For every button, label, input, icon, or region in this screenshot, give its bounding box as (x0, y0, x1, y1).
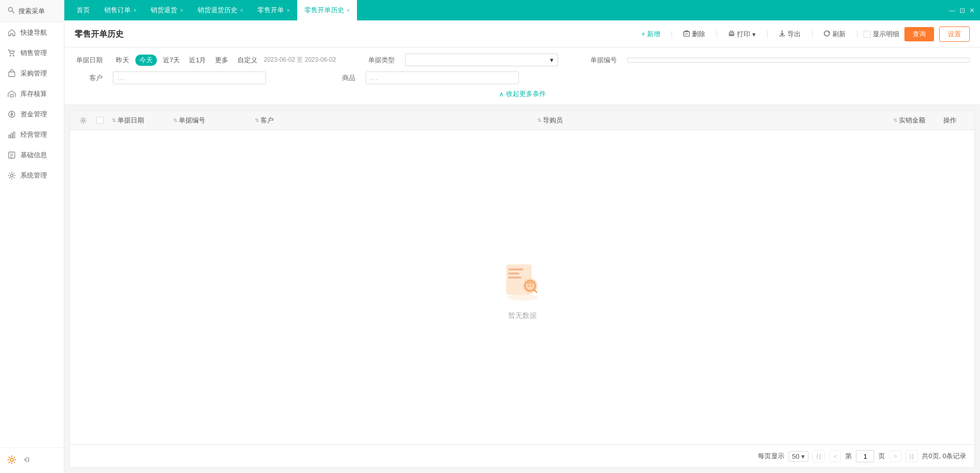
window-close[interactable]: ✕ (969, 7, 975, 14)
sidebar-item-finance[interactable]: 资金管理 (0, 104, 64, 125)
refresh-icon (824, 30, 830, 38)
table-header: ⇅ 单据日期 ⇅ 单据编号 ⇅ 客户 ⇅ 导购员 ⇅ 实销金额 操作 (70, 111, 974, 130)
sidebar-item-system[interactable]: 系统管理 (0, 165, 64, 186)
filter-row-2: 客户 ... 商品 ... (75, 71, 970, 84)
tab-retail-history[interactable]: 零售开单历史 × (297, 0, 357, 20)
info-icon (7, 151, 16, 160)
money-icon (7, 110, 16, 119)
new-button[interactable]: + 新增 (636, 27, 665, 41)
page-next-btn[interactable]: ＞ (889, 450, 901, 462)
tab-sales-return-history-close[interactable]: × (240, 7, 243, 13)
tab-retail-open[interactable]: 零售开单 × (250, 0, 297, 20)
tab-sales-return-history[interactable]: 销货退货历史 × (190, 0, 250, 20)
date-custom[interactable]: 自定义 (234, 55, 260, 66)
display-detail-label: 显示明细 (873, 30, 899, 39)
th-settings[interactable] (74, 117, 92, 124)
tab-home[interactable]: 首页 (69, 0, 97, 20)
th-date[interactable]: ⇅ 单据日期 (108, 116, 169, 125)
sidebar-search[interactable]: 搜索采单 (0, 0, 64, 22)
export-button[interactable]: 导出 (774, 27, 806, 41)
th-num[interactable]: ⇅ 单据编号 (169, 116, 251, 125)
sort-icon3: ⇅ (255, 117, 259, 123)
doc-type-select[interactable]: ▾ (405, 54, 558, 66)
checkbox-display (864, 31, 871, 38)
date-today[interactable]: 今天 (135, 55, 157, 66)
box-icon (7, 69, 16, 78)
sidebar-item-label: 经营管理 (20, 130, 47, 139)
th-customer[interactable]: ⇅ 客户 (251, 116, 533, 125)
product-input[interactable]: ... (366, 71, 519, 84)
home-icon (7, 28, 16, 37)
sidebar-item-inventory[interactable]: 库存核算 (0, 84, 64, 104)
sidebar-item-quick-nav[interactable]: 快捷导航 (0, 22, 64, 43)
svg-rect-5 (10, 94, 13, 97)
total-text: 共0页, 0条记录 (922, 452, 966, 461)
sidebar-item-sales-mgmt[interactable]: 销售管理 (0, 43, 64, 63)
refresh-button[interactable]: 刷新 (819, 27, 851, 41)
svg-rect-8 (11, 134, 13, 138)
select-all-checkbox[interactable] (97, 117, 104, 124)
doc-type-label: 单据类型 (367, 56, 395, 65)
page-num-input[interactable] (856, 450, 874, 462)
window-actions: — ⊡ ✕ (949, 7, 975, 14)
empty-text: 暂无数据 (508, 311, 537, 320)
th-checkbox[interactable] (92, 117, 108, 124)
sidebar-item-label: 系统管理 (20, 171, 47, 180)
tab-sales-order[interactable]: 销售订单 × (97, 0, 144, 20)
date-filter: 昨天 今天 近7天 近1月 更多 自定义 2023-06-02 至 2023-0… (113, 55, 336, 66)
delete-button[interactable]: 删除 (678, 27, 710, 41)
warehouse-icon (7, 89, 16, 98)
sort-icon2: ⇅ (173, 117, 177, 123)
th-guide[interactable]: ⇅ 导购员 (533, 116, 594, 125)
sidebar-item-basic-info[interactable]: 基础信息 (0, 145, 64, 165)
customer-input[interactable]: ... (113, 71, 266, 84)
svg-rect-4 (9, 72, 15, 77)
refresh-label: 刷新 (832, 30, 846, 39)
settings-button[interactable]: 设置 (939, 27, 970, 42)
window-restore[interactable]: ⊡ (960, 7, 965, 14)
page-prev-btn[interactable]: ＜ (829, 450, 841, 462)
print-label: 打印 (737, 30, 750, 39)
collapse-filter-btn[interactable]: ∧ 收起更多条件 (75, 89, 970, 98)
svg-rect-17 (684, 32, 689, 36)
customer-dots: ... (117, 74, 126, 82)
print-button[interactable]: 打印 ▾ (723, 27, 761, 41)
filter-row-1: 单据日期 昨天 今天 近7天 近1月 更多 自定义 2023-06-02 至 2… (75, 54, 970, 66)
date-last-month[interactable]: 近1月 (186, 55, 209, 66)
tab-sales-return-label: 销货退货 (151, 6, 177, 15)
per-page-select[interactable]: 50 ▾ (788, 451, 808, 462)
svg-point-14 (11, 175, 13, 177)
svg-point-3 (13, 55, 14, 56)
doc-num-input[interactable] (627, 58, 970, 63)
tab-retail-history-close[interactable]: × (347, 7, 350, 13)
sidebar-item-label: 资金管理 (20, 110, 47, 119)
tab-retail-open-close[interactable]: × (286, 7, 290, 13)
settings-bottom-icon[interactable] (7, 455, 16, 466)
page-first-btn[interactable]: ⟨⟨ (812, 450, 825, 462)
dropdown-icon: ▾ (550, 56, 554, 64)
doc-num-label: 单据编号 (589, 56, 617, 65)
sidebar-item-purchase-mgmt[interactable]: 采购管理 (0, 63, 64, 84)
svg-rect-27 (508, 277, 521, 279)
tab-retail-history-label: 零售开单历史 (304, 6, 344, 15)
date-last7[interactable]: 近7天 (160, 55, 183, 66)
date-more[interactable]: 更多 (212, 55, 231, 66)
tab-home-label: 首页 (77, 6, 90, 15)
date-yesterday[interactable]: 昨天 (113, 55, 132, 66)
tab-sales-return[interactable]: 销货退货 × (144, 0, 190, 20)
collapse-sidebar-icon[interactable] (21, 455, 31, 466)
query-button[interactable]: 查询 (904, 27, 934, 41)
th-amount[interactable]: ⇅ 实销金额 (868, 116, 929, 125)
svg-point-32 (531, 285, 532, 287)
sidebar-bottom (0, 447, 64, 473)
page-last-btn[interactable]: ⟩⟩ (905, 450, 918, 462)
tab-sales-order-close[interactable]: × (133, 7, 136, 13)
data-table: ⇅ 单据日期 ⇅ 单据编号 ⇅ 客户 ⇅ 导购员 ⇅ 实销金额 操作 (69, 110, 975, 468)
tab-sales-return-close[interactable]: × (180, 7, 183, 13)
sidebar: 搜索采单 快捷导航 销售管理 采购管理 库存核算 资金管理 经营管理 (0, 0, 64, 473)
window-minimize[interactable]: — (949, 7, 955, 14)
sidebar-item-operations[interactable]: 经营管理 (0, 125, 64, 145)
sidebar-item-label: 采购管理 (20, 69, 47, 78)
display-detail-toggle[interactable]: 显示明细 (864, 30, 899, 39)
svg-rect-25 (508, 268, 523, 270)
